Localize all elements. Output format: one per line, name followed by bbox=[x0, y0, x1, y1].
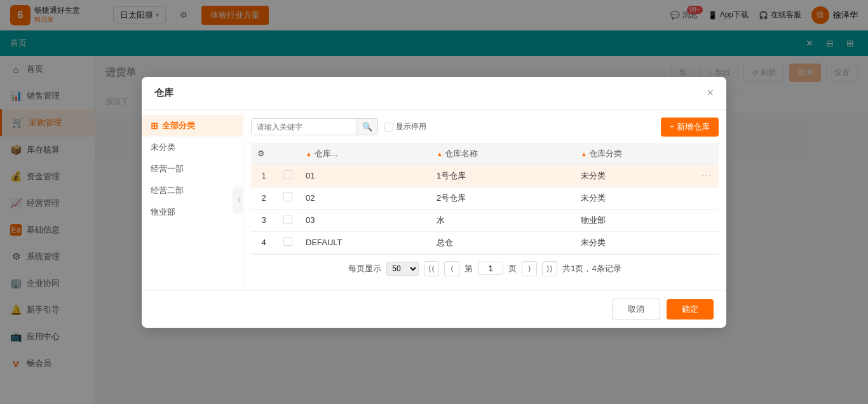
sort-icon: ▲ bbox=[306, 151, 312, 158]
row-checkbox-cell[interactable] bbox=[276, 165, 299, 187]
row-name: 水 bbox=[430, 209, 574, 231]
th-gear: ⚙ bbox=[251, 143, 276, 165]
show-disabled-label[interactable]: 显示停用 bbox=[384, 121, 426, 132]
row-category: 未分类 ··· bbox=[574, 165, 719, 187]
show-disabled-checkbox[interactable] bbox=[384, 123, 393, 131]
gear-icon: ⚙ bbox=[257, 149, 265, 158]
page-size-select[interactable]: 50 10 20 100 bbox=[386, 262, 419, 276]
add-warehouse-button[interactable]: + 新增仓库 bbox=[661, 118, 719, 137]
grid-icon: ⊞ bbox=[151, 121, 158, 131]
confirm-button[interactable]: 确定 bbox=[667, 299, 714, 320]
search-input[interactable] bbox=[252, 119, 356, 135]
table-panel: 🔍 显示停用 + 新增仓库 ⚙ bbox=[243, 110, 726, 290]
modal-body: ⊞ 全部分类 未分类 经营一部 经营二部 物业部 《 🔍 bbox=[142, 110, 726, 290]
category-item-uncategorized[interactable]: 未分类 bbox=[142, 137, 243, 158]
row-checkbox-cell[interactable] bbox=[276, 187, 299, 209]
search-button[interactable]: 🔍 bbox=[356, 119, 377, 135]
row-category: 物业部 bbox=[574, 209, 719, 231]
row-checkbox[interactable] bbox=[283, 215, 292, 224]
row-num: 1 bbox=[251, 165, 276, 187]
row-code: 02 bbox=[299, 187, 430, 209]
table-header-row: ⚙ ▲ 仓库... ▲ 仓库名称 ▲ 仓库分类 bbox=[251, 143, 719, 165]
th-category: ▲ 仓库分类 bbox=[574, 143, 719, 165]
modal-close-button[interactable]: × bbox=[707, 87, 714, 98]
category-panel: ⊞ 全部分类 未分类 经营一部 经营二部 物业部 《 bbox=[142, 110, 243, 290]
row-category: 未分类 bbox=[574, 187, 719, 209]
row-code: 01 bbox=[299, 165, 430, 187]
page-input[interactable] bbox=[478, 262, 503, 275]
table-row[interactable]: 4 DEFAULT 总仓 未分类 bbox=[251, 231, 719, 253]
modal-title: 仓库 bbox=[154, 87, 173, 99]
modal-overlay: 仓库 × ⊞ 全部分类 未分类 经营一部 经营二部 物业部 《 bbox=[0, 0, 868, 404]
category-item-property[interactable]: 物业部 bbox=[142, 201, 243, 223]
row-code: DEFAULT bbox=[299, 231, 430, 253]
row-code: 03 bbox=[299, 209, 430, 231]
row-checkbox[interactable] bbox=[283, 170, 292, 179]
cancel-button[interactable]: 取消 bbox=[612, 299, 660, 320]
th-code: ▲ 仓库... bbox=[299, 143, 430, 165]
page-label: 第 bbox=[465, 263, 473, 274]
table-row[interactable]: 3 03 水 物业部 bbox=[251, 209, 719, 231]
table-wrapper: ⚙ ▲ 仓库... ▲ 仓库名称 ▲ 仓库分类 bbox=[251, 143, 719, 254]
row-num: 3 bbox=[251, 209, 276, 231]
sort-icon3: ▲ bbox=[581, 151, 587, 158]
th-name: ▲ 仓库名称 bbox=[430, 143, 574, 165]
row-category: 未分类 bbox=[574, 231, 719, 253]
page-summary: 共1页，4条记录 bbox=[562, 263, 621, 274]
th-check bbox=[276, 143, 299, 165]
modal-footer: 取消 确定 bbox=[142, 290, 726, 328]
row-name: 1号仓库 bbox=[430, 165, 574, 187]
warehouse-table: ⚙ ▲ 仓库... ▲ 仓库名称 ▲ 仓库分类 bbox=[251, 143, 719, 254]
category-all-item[interactable]: ⊞ 全部分类 bbox=[142, 115, 243, 137]
row-checkbox[interactable] bbox=[283, 192, 292, 201]
row-checkbox-cell[interactable] bbox=[276, 231, 299, 253]
warehouse-modal: 仓库 × ⊞ 全部分类 未分类 经营一部 经营二部 物业部 《 bbox=[142, 77, 726, 328]
page-size-label: 每页显示 bbox=[348, 263, 381, 274]
prev-page-button[interactable]: ⟨ bbox=[444, 261, 459, 276]
row-num: 4 bbox=[251, 231, 276, 253]
row-checkbox[interactable] bbox=[283, 237, 292, 246]
row-name: 2号仓库 bbox=[430, 187, 574, 209]
row-checkbox-cell[interactable] bbox=[276, 209, 299, 231]
collapse-panel-button[interactable]: 《 bbox=[233, 187, 243, 213]
first-page-button[interactable]: ⟨⟨ bbox=[424, 261, 439, 276]
category-item-ops2[interactable]: 经营二部 bbox=[142, 180, 243, 201]
category-item-ops1[interactable]: 经营一部 bbox=[142, 158, 243, 180]
table-row[interactable]: 2 02 2号仓库 未分类 bbox=[251, 187, 719, 209]
last-page-button[interactable]: ⟩⟩ bbox=[542, 261, 557, 276]
next-page-button[interactable]: ⟩ bbox=[522, 261, 537, 276]
row-num: 2 bbox=[251, 187, 276, 209]
sort-icon2: ▲ bbox=[437, 151, 443, 158]
table-row[interactable]: 1 01 1号仓库 未分类 ··· bbox=[251, 165, 719, 187]
search-input-wrap: 🔍 bbox=[251, 118, 378, 135]
pagination-bar: 每页显示 50 10 20 100 ⟨⟨ ⟨ 第 页 ⟩ ⟩⟩ 共1页，4条记录 bbox=[251, 254, 719, 283]
row-actions-icon[interactable]: ··· bbox=[702, 170, 712, 180]
row-name: 总仓 bbox=[430, 231, 574, 253]
modal-header: 仓库 × bbox=[142, 77, 726, 110]
table-toolbar: 🔍 显示停用 + 新增仓库 bbox=[251, 118, 719, 137]
category-all-label: 全部分类 bbox=[162, 120, 195, 131]
page-unit: 页 bbox=[508, 263, 517, 274]
